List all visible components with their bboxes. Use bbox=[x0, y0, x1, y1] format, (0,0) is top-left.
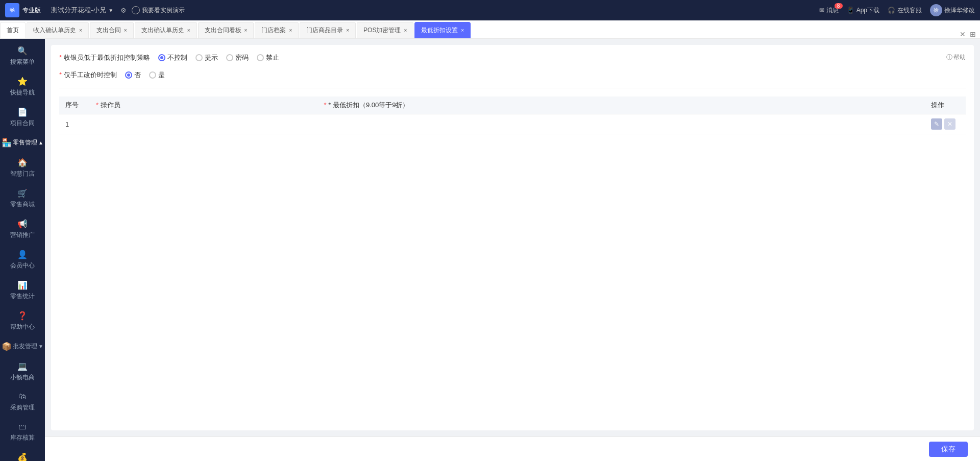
tab-payment-contract-board-close[interactable]: × bbox=[244, 28, 248, 33]
data-table: 序号 操作员 * 最低折扣（9.00等于9折） 操作 1 bbox=[59, 96, 966, 134]
radio-no-control[interactable]: 不控制 bbox=[158, 53, 187, 62]
fund-management-icon: 💰 bbox=[17, 452, 28, 461]
marketing-icon: 📢 bbox=[17, 219, 28, 229]
form-section: 收银员低于最低折扣控制策略 不控制 提示 密码 bbox=[59, 53, 966, 88]
sidebar-item-inventory-calc-label: 库存核算 bbox=[10, 433, 35, 442]
user-profile[interactable]: 徐 徐泽华修改 bbox=[930, 4, 975, 16]
sidebar-item-marketing-label: 营销推广 bbox=[10, 231, 35, 239]
sidebar-item-purchase-management[interactable]: 🛍 采购管理 bbox=[0, 387, 45, 417]
sidebar-item-batch-management-label: 批发管理 bbox=[13, 342, 37, 351]
table-header: 序号 操作员 * 最低折扣（9.00等于9折） 操作 bbox=[59, 96, 966, 114]
radio-forbid-circle bbox=[257, 54, 264, 61]
sidebar-item-batch-management[interactable]: 📦 批发管理 ▼ bbox=[0, 336, 45, 356]
tab-payment-confirm-history[interactable]: 支出确认单历史 × bbox=[135, 22, 197, 38]
tabbar-actions: ✕ ⊞ bbox=[960, 30, 980, 38]
tab-income-confirm-history-close[interactable]: × bbox=[79, 28, 82, 33]
tab-min-discount-setting-label: 最低折扣设置 bbox=[421, 26, 458, 35]
tab-pos-password-management-label: POS加密管理 bbox=[363, 26, 401, 35]
sidebar-item-member-center[interactable]: 👤 会员中心 bbox=[0, 245, 45, 275]
sidebar-item-small-ecommerce[interactable]: 💻 小畅电商 bbox=[0, 356, 45, 387]
demo-link[interactable]: 我要看实例演示 bbox=[132, 6, 185, 15]
radio-password-circle bbox=[226, 54, 233, 61]
sidebar-item-retail-stats[interactable]: 📊 零售统计 bbox=[0, 275, 45, 306]
user-name: 徐泽华修改 bbox=[944, 6, 975, 15]
col-header-seq: 序号 bbox=[59, 96, 90, 114]
tab-payment-contract-board-label: 支出合同看板 bbox=[205, 26, 241, 35]
sidebar-item-inventory-calc[interactable]: 🗃 库存核算 bbox=[0, 417, 45, 447]
app-download-label: App下载 bbox=[856, 6, 879, 15]
tab-pos-password-management[interactable]: POS加密管理 × bbox=[357, 22, 413, 38]
radio-yes-label: 是 bbox=[158, 70, 165, 80]
topbar: 畅 专业版 测试分开花程-小兄 ▼ ⚙ 我要看实例演示 ✉ 消息 8 📱 App… bbox=[0, 0, 980, 20]
sidebar-item-smart-store-label: 智慧门店 bbox=[10, 169, 35, 178]
field2-radio-group: 否 是 bbox=[125, 70, 165, 80]
tab-pos-password-management-close[interactable]: × bbox=[404, 28, 407, 33]
sidebar-item-quick-nav[interactable]: ⭐ 快捷导航 bbox=[0, 71, 45, 102]
messages-btn[interactable]: ✉ 消息 8 bbox=[819, 6, 839, 15]
radio-forbid[interactable]: 禁止 bbox=[257, 53, 279, 62]
app-download-btn[interactable]: 📱 App下载 bbox=[847, 6, 879, 15]
main-layout: 🔍 搜索菜单 ⭐ 快捷导航 📄 项目合同 🏪 零售管理 ▲ 🏠 智慧门店 🛒 零… bbox=[0, 39, 980, 461]
expand-tabs-icon[interactable]: ⊞ bbox=[970, 30, 976, 38]
search-menu-icon: 🔍 bbox=[17, 46, 28, 56]
edit-button[interactable]: ✎ bbox=[931, 118, 942, 130]
tabbar: 首页 收入确认单历史 × 支出合同 × 支出确认单历史 × 支出合同看板 × 门… bbox=[0, 20, 980, 39]
field1-radio-group: 不控制 提示 密码 禁止 bbox=[158, 53, 279, 62]
sidebar-item-help-center[interactable]: ❓ 帮助中心 bbox=[0, 306, 45, 336]
radio-password[interactable]: 密码 bbox=[226, 53, 249, 62]
tab-payment-contract-close[interactable]: × bbox=[124, 28, 127, 33]
row-action: ✎ ✕ bbox=[925, 114, 966, 134]
logo-icon: 畅 bbox=[5, 3, 19, 17]
tab-home[interactable]: 首页 bbox=[0, 22, 26, 38]
tab-store-archive-close[interactable]: × bbox=[289, 28, 292, 33]
project-selector[interactable]: 测试分开花程-小兄 ▼ bbox=[51, 6, 113, 15]
phone-icon: 📱 bbox=[847, 7, 854, 14]
tab-min-discount-setting-close[interactable]: × bbox=[461, 28, 464, 33]
sidebar-item-fund-management[interactable]: 💰 资金管理 bbox=[0, 447, 45, 461]
sidebar-item-retail-mall[interactable]: 🛒 零售商城 bbox=[0, 183, 45, 214]
delete-button[interactable]: ✕ bbox=[944, 118, 955, 130]
headset-icon: 🎧 bbox=[888, 7, 895, 14]
tab-store-product-catalog-close[interactable]: × bbox=[346, 28, 349, 33]
tab-payment-contract[interactable]: 支出合同 × bbox=[90, 22, 134, 38]
sidebar-item-member-center-label: 会员中心 bbox=[10, 261, 35, 270]
topbar-settings-icon[interactable]: ⚙ bbox=[120, 7, 127, 14]
radio-yes-circle bbox=[149, 71, 156, 79]
close-tab-icon[interactable]: ✕ bbox=[960, 30, 966, 38]
tab-income-confirm-history[interactable]: 收入确认单历史 × bbox=[27, 22, 89, 38]
sidebar-item-search-menu-label: 搜索菜单 bbox=[10, 58, 35, 66]
tab-store-product-catalog[interactable]: 门店商品目录 × bbox=[300, 22, 356, 38]
col-header-min-discount: * 最低折扣（9.00等于9折） bbox=[318, 96, 925, 114]
sidebar-item-marketing[interactable]: 📢 营销推广 bbox=[0, 214, 45, 245]
action-buttons: ✎ ✕ bbox=[931, 118, 960, 130]
radio-password-label: 密码 bbox=[235, 53, 249, 62]
topbar-right: ✉ 消息 8 📱 App下载 🎧 在线客服 徐 徐泽华修改 bbox=[819, 4, 975, 16]
sidebar-item-smart-store[interactable]: 🏠 智慧门店 bbox=[0, 153, 45, 183]
radio-no[interactable]: 否 bbox=[125, 70, 141, 80]
online-service-btn[interactable]: 🎧 在线客服 bbox=[888, 6, 922, 15]
table-body: 1 ✎ ✕ bbox=[59, 114, 966, 134]
footer-bar: 保存 bbox=[45, 436, 980, 461]
tab-store-archive[interactable]: 门店档案 × bbox=[255, 22, 299, 38]
sidebar-item-retail-management[interactable]: 🏪 零售管理 ▲ bbox=[0, 133, 45, 153]
tab-payment-contract-board[interactable]: 支出合同看板 × bbox=[198, 22, 254, 38]
tab-income-confirm-history-label: 收入确认单历史 bbox=[33, 26, 76, 35]
form-row-1: 收银员低于最低折扣控制策略 不控制 提示 密码 bbox=[59, 53, 966, 62]
tab-min-discount-setting[interactable]: 最低折扣设置 × bbox=[414, 22, 471, 38]
help-button[interactable]: ⓘ 帮助 bbox=[946, 53, 966, 62]
save-button[interactable]: 保存 bbox=[929, 442, 968, 457]
smart-store-icon: 🏠 bbox=[17, 158, 28, 167]
radio-yes[interactable]: 是 bbox=[149, 70, 165, 80]
batch-management-arrow: ▼ bbox=[38, 344, 43, 349]
quick-nav-icon: ⭐ bbox=[17, 77, 28, 86]
messages-badge: 8 bbox=[835, 3, 843, 9]
tab-payment-confirm-history-close[interactable]: × bbox=[187, 28, 190, 33]
sidebar-item-project-contract[interactable]: 📄 项目合同 bbox=[0, 102, 45, 133]
project-contract-icon: 📄 bbox=[17, 107, 28, 117]
radio-prompt[interactable]: 提示 bbox=[195, 53, 218, 62]
radio-no-circle bbox=[125, 71, 132, 79]
logo: 畅 专业版 bbox=[5, 3, 46, 17]
sidebar-item-search-menu[interactable]: 🔍 搜索菜单 bbox=[0, 41, 45, 71]
retail-stats-icon: 📊 bbox=[17, 280, 28, 290]
help-circle-icon: ⓘ bbox=[946, 53, 952, 62]
